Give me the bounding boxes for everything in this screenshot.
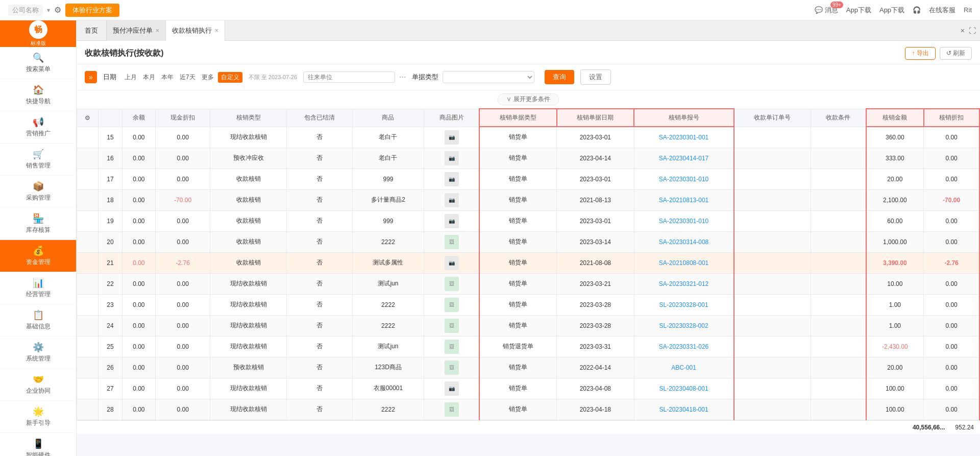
col-settings[interactable]: ⚙: [77, 109, 99, 127]
bill-report-no-link[interactable]: SA-20230301-001: [659, 134, 708, 141]
sidebar-item-system[interactable]: ⚙️ 系统管理: [0, 337, 76, 369]
tab-collection-close[interactable]: ×: [215, 27, 218, 34]
cell-goods: 多计量商品2: [352, 189, 424, 210]
cell-receipt-order-no: [734, 231, 811, 252]
app-download-link[interactable]: App下载: [846, 6, 871, 15]
sidebar-item-guide[interactable]: 🌟 新手引导: [0, 401, 76, 433]
goods-image: 🖼: [445, 235, 459, 249]
cell-bill-report-type: 销货单: [479, 378, 557, 399]
refresh-button[interactable]: ↺ 刷新: [940, 47, 972, 60]
bill-report-no-link[interactable]: SA-20230301-010: [659, 218, 708, 225]
settings-icon[interactable]: ⚙: [54, 5, 61, 15]
bill-report-no-link[interactable]: ABC-001: [671, 364, 696, 371]
bill-report-no-link[interactable]: SL-20230328-001: [659, 301, 708, 308]
sidebar-item-operations[interactable]: 📊 经营管理: [0, 272, 76, 304]
bill-report-no-link[interactable]: SL-20230418-001: [659, 406, 708, 413]
cell-writeoff-discount: 0.00: [924, 357, 979, 378]
bill-report-no-link[interactable]: SA-20230314-008: [659, 238, 708, 246]
online-service-label[interactable]: 在线客服: [929, 6, 955, 15]
tab-home[interactable]: 首页: [77, 20, 107, 41]
export-button[interactable]: ↑ 导出: [905, 47, 935, 60]
cell-goods-img: 📷: [424, 127, 479, 148]
cell-receipt-order-no: [734, 189, 811, 210]
table-row: 23 0.00 0.00 现结收款核销 否 2222 🖼 销货单 2023-03…: [77, 294, 980, 315]
bill-report-no-link[interactable]: SA-20210813-001: [659, 197, 708, 204]
cell-balance: 0.00: [122, 336, 155, 357]
partner-filter: ···: [303, 71, 406, 83]
col-receipt-condition: 收款条件: [811, 109, 866, 127]
goods-image: 🖼: [445, 361, 459, 375]
cell-receipt-condition: [811, 357, 866, 378]
cell-writeoff-amount: 20.00: [866, 169, 924, 189]
cell-writeoff-amount: 60.00: [866, 210, 924, 231]
table-row: 28 0.00 0.00 现结收款核销 否 2222 🖼 销货单 2023-04…: [77, 399, 980, 420]
trial-button[interactable]: 体验行业方案: [65, 4, 119, 17]
date-btn-custom[interactable]: 自定义: [218, 72, 242, 83]
date-btn-this-year[interactable]: 本年: [159, 72, 176, 83]
cell-included: 否: [287, 315, 353, 336]
tab-maximize[interactable]: ⛶: [969, 27, 976, 35]
bill-report-no-link[interactable]: SA-20230321-012: [659, 280, 708, 287]
sidebar-item-inventory[interactable]: 🏪 库存核算: [0, 208, 76, 240]
date-btn-more[interactable]: 更多: [200, 72, 216, 83]
query-button[interactable]: 查询: [545, 70, 574, 84]
tab-prepay[interactable]: 预付冲应付单 ×: [107, 20, 166, 41]
bill-report-no-link[interactable]: SA-20230414-017: [659, 155, 708, 162]
goods-image-placeholder: 📷: [445, 151, 459, 165]
bill-report-no-link[interactable]: SL-20230328-002: [659, 322, 708, 329]
cell-writeoff-discount: 0.00: [924, 169, 979, 189]
sidebar-label-quicknav: 快捷导航: [26, 97, 51, 106]
col-writeoff-discount: 核销折扣: [924, 109, 979, 127]
sidebar-item-finance[interactable]: 💰 资金管理: [0, 240, 76, 272]
company-dropdown-arrow[interactable]: ▾: [47, 7, 50, 14]
expand-button[interactable]: »: [85, 71, 97, 83]
cell-receipt-condition: [811, 336, 866, 357]
partner-more-icon[interactable]: ···: [399, 73, 406, 82]
sidebar-item-quicknav[interactable]: 🏠 快捷导航: [0, 79, 76, 111]
cell-receipt-condition: [811, 378, 866, 399]
cell-balance: 0.00: [122, 315, 155, 336]
tab-prepay-close[interactable]: ×: [156, 27, 159, 34]
date-btn-this-month[interactable]: 本月: [141, 72, 157, 83]
message-icon[interactable]: 💬 消息 99+: [815, 6, 838, 15]
date-btn-7days[interactable]: 近7天: [178, 72, 198, 83]
cell-writeoff-type: 收款核销: [210, 210, 287, 231]
bill-report-no-link[interactable]: SA-20210808-001: [659, 259, 708, 267]
online-service-icon[interactable]: 🎧: [913, 6, 921, 14]
cell-writeoff-amount: 2,100.00: [866, 189, 924, 210]
finance-icon: 💰: [33, 245, 44, 256]
tab-close-all[interactable]: ×: [961, 27, 965, 35]
cell-balance: 0.00: [122, 273, 155, 294]
bill-report-no-link[interactable]: SL-20230408-001: [659, 385, 708, 392]
sidebar-item-enterprise[interactable]: 🤝 企业协同: [0, 369, 76, 401]
sidebar-item-sales[interactable]: 🛒 销售管理: [0, 143, 76, 176]
cell-receipt-order-no: [734, 169, 811, 189]
cell-settings: [77, 252, 99, 273]
cell-goods: 2222: [352, 315, 424, 336]
enterprise-icon: 🤝: [33, 374, 44, 385]
cell-writeoff-discount: 0.00: [924, 273, 979, 294]
cell-goods-img: 🖼: [424, 294, 479, 315]
cell-bill-report-type: 销货单: [479, 399, 557, 420]
tab-collection[interactable]: 收款核销执行 ×: [166, 20, 225, 41]
date-btn-last-month[interactable]: 上月: [122, 72, 139, 83]
table-row: 18 0.00 -70.00 收款核销 否 多计量商品2 📷 销货单 2021-…: [77, 189, 980, 210]
bill-report-no-link[interactable]: SA-20230331-026: [659, 343, 708, 350]
page-inner: 收款核销执行(按收款) ↑ 导出 ↺ 刷新: [77, 41, 980, 434]
app-download-label[interactable]: App下载: [879, 6, 904, 15]
sidebar-item-hardware[interactable]: 📱 智能硬件: [0, 433, 76, 456]
cell-receipt-order-no: [734, 336, 811, 357]
cell-included: 否: [287, 169, 353, 189]
sidebar-item-search[interactable]: 🔍 搜索菜单: [0, 47, 76, 79]
col-bill-report-type: 核销单据类型: [479, 109, 557, 127]
bill-report-no-link[interactable]: SA-20230301-010: [659, 176, 708, 183]
sidebar-item-basicinfo[interactable]: 📋 基础信息: [0, 304, 76, 337]
bill-type-select[interactable]: [443, 71, 534, 83]
partner-input[interactable]: [303, 71, 395, 83]
setting-button[interactable]: 设置: [580, 69, 611, 85]
cell-balance: 0.00: [122, 252, 155, 273]
sidebar-item-marketing[interactable]: 📢 营销推广: [0, 111, 76, 143]
cell-seq: 18: [99, 189, 122, 210]
sidebar-item-purchase[interactable]: 📦 采购管理: [0, 176, 76, 208]
expand-more-button[interactable]: ∨ 展开更多条件: [498, 93, 558, 105]
